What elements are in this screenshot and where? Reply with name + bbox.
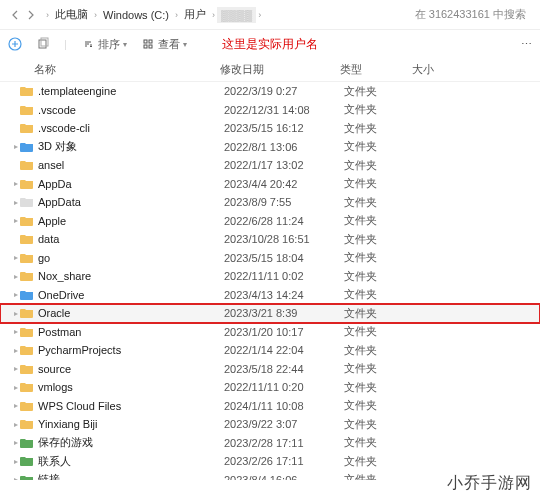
table-row[interactable]: ▸ AppDa 2023/4/4 20:42 文件夹 [0,175,540,194]
item-date: 2022/1/17 13:02 [224,159,344,171]
expand-icon[interactable]: ▸ [12,216,20,225]
item-date: 2023/8/9 7:55 [224,196,344,208]
item-date: 2023/4/4 20:42 [224,178,344,190]
table-row[interactable]: ▸ Apple 2022/6/28 11:24 文件夹 [0,212,540,231]
item-date: 2022/11/11 0:20 [224,381,344,393]
table-row[interactable]: .vscode 2022/12/31 14:08 文件夹 [0,101,540,120]
table-row[interactable]: ▸ source 2023/5/18 22:44 文件夹 [0,360,540,379]
expand-icon[interactable]: ▸ [12,438,20,447]
item-date: 2023/8/4 16:06 [224,474,344,480]
crumb-user[interactable]: ▒▒▒▒ [217,7,256,23]
svg-rect-4 [149,40,152,43]
table-row[interactable]: ▸ 保存的游戏 2023/2/28 17:11 文件夹 [0,434,540,453]
svg-rect-2 [41,38,48,46]
view-button[interactable]: 查看 ▾ [141,37,187,52]
item-date: 2023/5/18 22:44 [224,363,344,375]
table-row[interactable]: ▸ go 2023/5/15 18:04 文件夹 [0,249,540,268]
item-name: OneDrive [38,289,224,301]
expand-icon[interactable]: ▸ [12,142,20,151]
view-label: 查看 [158,37,180,52]
table-row[interactable]: ▸ WPS Cloud Files 2024/1/11 10:08 文件夹 [0,397,540,416]
watermark: 小乔手游网 [447,473,532,494]
table-row[interactable]: ▸ AppData 2023/8/9 7:55 文件夹 [0,193,540,212]
chevron-icon: › [212,10,215,20]
item-name: 联系人 [38,454,224,469]
expand-icon[interactable]: ▸ [12,309,20,318]
table-row[interactable]: ▸ OneDrive 2023/4/13 14:24 文件夹 [0,286,540,305]
breadcrumb[interactable]: › 此电脑 › Windows (C:) › 用户 › ▒▒▒▒ › [46,5,409,24]
crumb-pc[interactable]: 此电脑 [51,5,92,24]
back-icon[interactable] [8,8,22,22]
expand-icon[interactable]: ▸ [12,457,20,466]
more-button[interactable]: ⋯ [521,38,532,51]
item-date: 2022/1/14 22:04 [224,344,344,356]
item-name: 保存的游戏 [38,435,224,450]
item-name: source [38,363,224,375]
folder-icon [20,417,34,431]
item-type: 文件夹 [344,306,416,321]
item-name: WPS Cloud Files [38,400,224,412]
crumb-drive[interactable]: Windows (C:) [99,7,173,23]
address-bar: › 此电脑 › Windows (C:) › 用户 › ▒▒▒▒ › 在 316… [0,0,540,30]
expand-icon[interactable]: ▸ [12,401,20,410]
folder-icon [20,454,34,468]
item-name: go [38,252,224,264]
header-date[interactable]: 修改日期 [220,62,340,77]
svg-rect-1 [39,40,46,48]
header-size[interactable]: 大小 [412,62,540,77]
crumb-users[interactable]: 用户 [180,5,210,24]
table-row[interactable]: data 2023/10/28 16:51 文件夹 [0,230,540,249]
item-date: 2023/9/22 3:07 [224,418,344,430]
forward-icon[interactable] [24,8,38,22]
expand-icon[interactable]: ▸ [12,346,20,355]
item-type: 文件夹 [344,195,416,210]
item-name: .vscode-cli [38,122,224,134]
folder-icon [20,380,34,394]
table-row[interactable]: ▸ 联系人 2023/2/26 17:11 文件夹 [0,452,540,471]
expand-icon[interactable]: ▸ [12,364,20,373]
copy-button[interactable] [36,37,50,51]
chevron-icon: › [258,10,261,20]
expand-icon[interactable]: ▸ [12,179,20,188]
item-date: 2023/4/13 14:24 [224,289,344,301]
item-type: 文件夹 [344,361,416,376]
search-box[interactable]: 在 3162433161 中搜索 [409,5,532,24]
item-type: 文件夹 [344,324,416,339]
folder-icon [20,269,34,283]
expand-icon[interactable]: ▸ [12,327,20,336]
item-type: 文件夹 [344,398,416,413]
sort-label: 排序 [98,37,120,52]
table-row[interactable]: ▸ PycharmProjects 2022/1/14 22:04 文件夹 [0,341,540,360]
annotation-label: 这里是实际用户名 [222,36,318,53]
expand-icon[interactable]: ▸ [12,272,20,281]
expand-icon[interactable]: ▸ [12,420,20,429]
item-name: AppDa [38,178,224,190]
table-row[interactable]: ansel 2022/1/17 13:02 文件夹 [0,156,540,175]
item-date: 2022/12/31 14:08 [224,104,344,116]
expand-icon[interactable]: ▸ [12,383,20,392]
table-row[interactable]: ▸ 3D 对象 2022/8/1 13:06 文件夹 [0,138,540,157]
view-icon [141,37,155,51]
table-row[interactable]: .templateengine 2022/3/19 0:27 文件夹 [0,82,540,101]
header-type[interactable]: 类型 [340,62,412,77]
table-row[interactable]: ▸ Postman 2023/1/20 10:17 文件夹 [0,323,540,342]
table-row[interactable]: ▸ Oracle 2023/3/21 8:39 文件夹 [0,304,540,323]
item-type: 文件夹 [344,84,416,99]
item-date: 2024/1/11 10:08 [224,400,344,412]
expand-icon[interactable]: ▸ [12,198,20,207]
folder-icon [20,195,34,209]
new-button[interactable] [8,37,22,51]
chevron-down-icon: ▾ [183,40,187,49]
table-row[interactable]: .vscode-cli 2023/5/15 16:12 文件夹 [0,119,540,138]
item-type: 文件夹 [344,435,416,450]
expand-icon[interactable]: ▸ [12,290,20,299]
header-name[interactable]: 名称 [34,62,220,77]
expand-icon[interactable]: ▸ [12,253,20,262]
plus-icon [8,37,22,51]
table-row[interactable]: ▸ Nox_share 2022/11/11 0:02 文件夹 [0,267,540,286]
folder-icon [20,121,34,135]
sort-button[interactable]: 排序 ▾ [81,37,127,52]
expand-icon[interactable]: ▸ [12,475,20,480]
table-row[interactable]: ▸ vmlogs 2022/11/11 0:20 文件夹 [0,378,540,397]
table-row[interactable]: ▸ Yinxiang Biji 2023/9/22 3:07 文件夹 [0,415,540,434]
